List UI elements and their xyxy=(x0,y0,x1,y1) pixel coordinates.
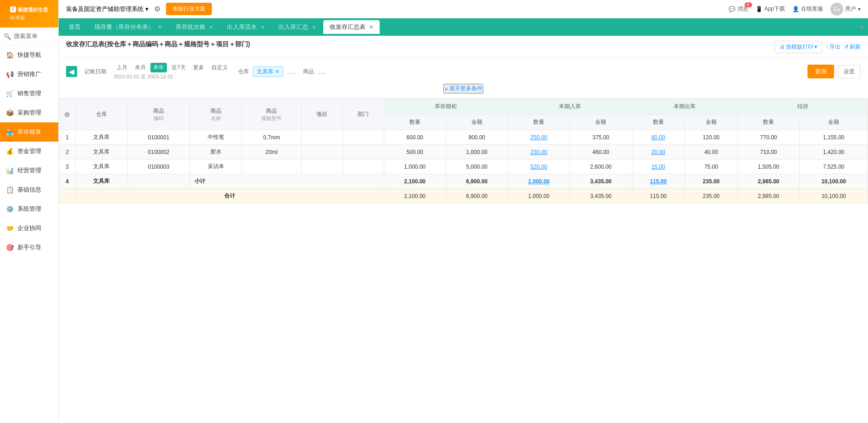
date-btn-last-month[interactable]: 上月 xyxy=(114,63,130,72)
th-closing-amt: 金额 xyxy=(800,115,868,130)
refresh-button[interactable]: ↺ 刷新 xyxy=(844,43,861,51)
row-closing-amt: 7,525.00 xyxy=(800,159,868,174)
date-buttons: 上月 本月 本年 近7天 更多 自定义 xyxy=(114,63,231,72)
tab-batch-ledger-label: 库存批次账 xyxy=(176,23,205,31)
app-download-item[interactable]: 📱 App下载 xyxy=(756,5,785,13)
content-area: 收发存汇总表(按仓库＋商品编码＋商品＋规格型号＋项目＋部门) 🖨 按模版打印 ▾… xyxy=(59,36,868,423)
row-code: 0100003 xyxy=(127,159,189,174)
date-btn-this-year[interactable]: 本年 xyxy=(150,63,167,72)
settings-button[interactable]: 设置 xyxy=(838,65,861,78)
avatar-text: Ea xyxy=(834,6,840,12)
th-spec: 商品规格型号 xyxy=(242,99,301,130)
tab-inout-flow[interactable]: 出入库流水 ✕ xyxy=(221,20,271,34)
tab-home[interactable]: 首页 xyxy=(62,20,87,34)
tab-close-icon[interactable]: ✕ xyxy=(369,24,373,30)
filter-actions: 查询 设置 xyxy=(807,65,861,78)
query-button[interactable]: 查询 xyxy=(807,65,834,78)
sidebar-item-finance[interactable]: 💰 资金管理 xyxy=(0,142,58,161)
th-opening-amt: 金额 xyxy=(446,115,508,130)
sidebar: 6 畅捷通好生意 标准版 🔍 搜索菜单 🏠 快捷导航 📢 营销推广 🛒 销售管理… xyxy=(0,0,59,423)
message-icon: 💬 xyxy=(729,6,735,12)
sidebar-item-guide[interactable]: 🎯 新手引导 xyxy=(0,238,58,257)
filter-toggle-btn[interactable]: ◀ xyxy=(66,66,77,77)
app-download-label: App下载 xyxy=(764,5,785,13)
row-out-qty: 20.00 xyxy=(632,145,685,159)
service-icon: 👤 xyxy=(792,6,799,12)
date-btn-more[interactable]: 更多 xyxy=(190,63,207,72)
guide-icon: 🎯 xyxy=(6,243,14,252)
row-project xyxy=(301,130,343,145)
row-in-qty: 250.00 xyxy=(508,130,570,145)
page-actions: 🖨 按模版打印 ▾ ↑ 导出 ↺ 刷新 xyxy=(774,41,861,53)
tab-close-icon[interactable]: ✕ xyxy=(209,24,213,30)
export-button[interactable]: ↑ 导出 xyxy=(826,43,840,51)
tab-close-icon[interactable]: ✕ xyxy=(312,24,316,30)
tab-recv-send[interactable]: 收发存汇总表 ✕ xyxy=(323,20,380,34)
system-title-dropdown[interactable]: 装备及固定资产辅助管理系统 ▾ xyxy=(66,5,149,13)
sidebar-item-sales[interactable]: 🛒 销售管理 xyxy=(0,84,58,103)
tab-close-icon[interactable]: ✕ xyxy=(260,24,265,30)
finance-icon: 💰 xyxy=(6,147,14,155)
sidebar-item-basic[interactable]: 📋 基础信息 xyxy=(0,180,58,199)
table-row: 1 文具库 0100001 中性笔 0.7mm 600.00 900.00 25… xyxy=(59,130,868,145)
row-code: 0100001 xyxy=(127,130,189,145)
date-btn-this-month[interactable]: 本月 xyxy=(132,63,149,72)
tab-batch-ledger[interactable]: 库存批次账 ✕ xyxy=(169,20,220,34)
row-out-qty: 15.00 xyxy=(632,159,685,174)
product-more-icon[interactable]: ... xyxy=(318,67,326,76)
th-out-qty: 数量 xyxy=(632,115,685,130)
sidebar-item-marketing[interactable]: 📢 营销推广 xyxy=(0,65,58,84)
column-settings-icon[interactable]: ⚙ xyxy=(64,111,70,118)
sidebar-item-system[interactable]: ⚙️ 系统管理 xyxy=(0,199,58,219)
sidebar-item-inventory[interactable]: 🏪 库存核算 xyxy=(0,122,58,142)
tab-inventory-dist[interactable]: 现存量（库存分布表） ✕ xyxy=(88,20,168,34)
sidebar-item-quick-nav[interactable]: 🏠 快捷导航 xyxy=(0,45,58,65)
row-dept xyxy=(343,145,384,159)
th-dept: 部门 xyxy=(343,99,384,130)
export-label: 导出 xyxy=(829,43,840,51)
warehouse-tag-close-icon[interactable]: ✕ xyxy=(275,69,279,75)
tab-close-icon[interactable]: ✕ xyxy=(158,24,162,30)
tab-bar-close-icon[interactable]: ✕ xyxy=(859,23,864,31)
th-settings: ⚙ xyxy=(59,99,76,130)
online-service-item[interactable]: 👤 在线客服 xyxy=(792,5,823,13)
row-project xyxy=(301,159,343,174)
date-btn-custom[interactable]: 自定义 xyxy=(209,63,231,72)
row-closing-amt: 1,155.00 xyxy=(800,130,868,145)
footer-opening-amt: 6,900.00 xyxy=(446,189,508,203)
page-title: 收发存汇总表(按仓库＋商品编码＋商品＋规格型号＋项目＋部门) xyxy=(66,40,250,49)
sidebar-item-purchase[interactable]: 📦 采购管理 xyxy=(0,103,58,122)
warehouse-more-icon[interactable]: ... xyxy=(287,67,296,76)
date-btn-7days[interactable]: 近7天 xyxy=(169,63,188,72)
sidebar-nav: 🏠 快捷导航 📢 营销推广 🛒 销售管理 📦 采购管理 🏪 库存核算 💰 资金管… xyxy=(0,45,58,423)
th-period-out-group: 本期出库 xyxy=(632,99,738,115)
gear-button[interactable]: ⚙ xyxy=(154,5,160,13)
tab-inventory-dist-label: 现存量（库存分布表） xyxy=(94,23,154,31)
row-spec: 20ml xyxy=(242,145,301,159)
row-no: 1 xyxy=(59,130,76,145)
experience-btn[interactable]: 体验行业方案 xyxy=(166,3,212,15)
message-item[interactable]: 💬 消息 6 xyxy=(729,5,748,13)
user-item[interactable]: Ea 用户 ▾ xyxy=(830,3,861,16)
footer-label: 合计 xyxy=(76,189,384,203)
tab-inout-summary[interactable]: 出入库汇总 ✕ xyxy=(272,20,322,34)
search-menu-item[interactable]: 🔍 搜索菜单 xyxy=(0,27,58,45)
filter-area: ◀ 记账日期 上月 本月 本年 近7天 更多 自定义 2023-01-01 至 … xyxy=(59,58,868,99)
printer-icon: 🖨 xyxy=(780,44,785,50)
row-warehouse: 文具库 xyxy=(76,130,128,145)
sidebar-label: 新手引导 xyxy=(17,243,41,252)
enterprise-icon: 🤝 xyxy=(6,224,14,232)
row-name: 采访本 xyxy=(190,159,242,174)
th-warehouse: 仓库 xyxy=(76,99,128,130)
sidebar-label: 基础信息 xyxy=(17,186,41,194)
sidebar-item-enterprise[interactable]: 🤝 企业协同 xyxy=(0,219,58,238)
print-button[interactable]: 🖨 按模版打印 ▾ xyxy=(774,41,822,53)
warehouse-tag[interactable]: 文具库 ✕ xyxy=(253,66,283,77)
system-icon: ⚙️ xyxy=(6,205,14,213)
row-opening-qty: 600.00 xyxy=(384,130,446,145)
row-name: 胶水 xyxy=(190,145,242,159)
sidebar-label: 库存核算 xyxy=(17,128,41,136)
sidebar-item-operations[interactable]: 📊 经营管理 xyxy=(0,161,58,180)
row-out-qty: 80.00 xyxy=(632,130,685,145)
expand-button[interactable]: ∨ 展开更多条件 xyxy=(443,84,483,93)
